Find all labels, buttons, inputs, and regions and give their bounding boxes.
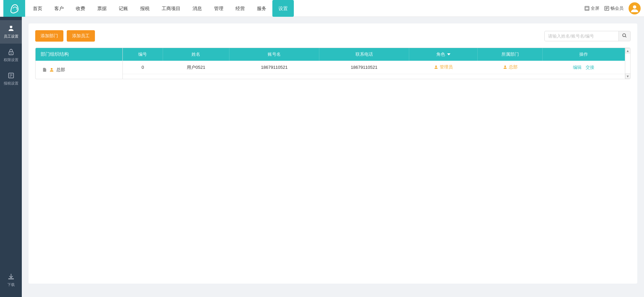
search-button[interactable] <box>619 31 630 41</box>
tree-body: 总部 <box>36 61 122 79</box>
tree-item-label: 总部 <box>56 67 65 73</box>
nav-right-actions: 全屏 畅会员 <box>585 2 641 14</box>
col-phone: 联系电话 <box>319 48 409 61</box>
svg-marker-11 <box>447 53 450 55</box>
cell-dept: 总部 <box>478 61 542 74</box>
content-card: 添加部门 添加员工 部门组织结构 <box>29 23 637 284</box>
nav-item-home[interactable]: 首页 <box>27 0 48 17</box>
table-scrollbar: ▲ ▼ <box>625 48 630 79</box>
svg-point-12 <box>435 65 437 67</box>
svg-rect-0 <box>585 6 589 10</box>
nav-item-manage[interactable]: 管理 <box>208 0 229 17</box>
sidebar-item-permission[interactable]: 权限设置 <box>0 44 22 67</box>
nav-item-service[interactable]: 服务 <box>251 0 272 17</box>
add-dept-button[interactable]: 添加部门 <box>35 30 63 42</box>
svg-rect-8 <box>8 279 14 280</box>
panel-layout: 部门组织结构 总部 <box>35 48 631 79</box>
sidebar-label-permission: 权限设置 <box>4 57 18 62</box>
logo <box>3 0 25 17</box>
sidebar-bottom: 下载 <box>7 268 15 297</box>
add-staff-button[interactable]: 添加员工 <box>67 30 95 42</box>
sidebar-item-employee[interactable]: 员工设置 <box>0 20 22 44</box>
svg-rect-4 <box>9 26 12 27</box>
svg-point-13 <box>504 65 506 67</box>
sidebar-label-download: 下载 <box>7 282 15 287</box>
cell-role: 管理员 <box>409 61 478 74</box>
nav-item-invoice[interactable]: 票据 <box>91 0 113 17</box>
svg-point-9 <box>623 34 626 37</box>
col-dept: 所属部门 <box>478 48 542 61</box>
sidebar-label-taxsettings: 报税设置 <box>4 81 18 86</box>
cell-account: 18679110521 <box>229 61 319 74</box>
cell-actions: 编辑 交接 <box>542 61 625 74</box>
edit-link[interactable]: 编辑 <box>573 65 582 70</box>
col-account: 账号名 <box>229 48 319 61</box>
tree-item-general[interactable]: 总部 <box>39 64 119 76</box>
fullscreen-button[interactable]: 全屏 <box>585 5 599 11</box>
scroll-down-button[interactable]: ▼ <box>625 73 631 79</box>
table-row: 0 用户0521 18679110521 18679110521 <box>123 61 625 74</box>
top-navbar: 首页 客户 收费 票据 记账 报税 工商项目 消息 管理 经营 服务 设置 全屏… <box>0 0 644 17</box>
cell-name: 用户0521 <box>163 61 229 74</box>
col-id: 编号 <box>123 48 163 61</box>
fullscreen-label: 全屏 <box>591 5 599 11</box>
nav-item-settings[interactable]: 设置 <box>272 0 294 17</box>
member-button[interactable]: 畅会员 <box>604 5 624 11</box>
nav-item-message[interactable]: 消息 <box>186 0 208 17</box>
table-panel: 编号 姓名 账号名 联系电话 角色 <box>123 48 625 79</box>
handover-link[interactable]: 交接 <box>586 65 594 70</box>
sidebar-item-download[interactable]: 下载 <box>7 268 15 292</box>
nav-item-client[interactable]: 客户 <box>48 0 70 17</box>
employee-table: 编号 姓名 账号名 联系电话 角色 <box>123 48 625 74</box>
scroll-up-button[interactable]: ▲ <box>625 48 631 53</box>
sidebar-label-employee: 员工设置 <box>4 34 18 39</box>
search-box <box>544 31 631 41</box>
col-actions: 操作 <box>542 48 625 61</box>
cell-phone: 18679110521 <box>319 61 409 74</box>
avatar[interactable] <box>629 2 641 14</box>
nav-item-fee[interactable]: 收费 <box>70 0 91 17</box>
nav-menu: 首页 客户 收费 票据 记账 报税 工商项目 消息 管理 经营 服务 设置 <box>27 0 585 17</box>
tree-panel-header: 部门组织结构 <box>36 48 122 61</box>
svg-point-10 <box>51 68 52 70</box>
search-input[interactable] <box>545 32 619 41</box>
member-label: 畅会员 <box>610 5 624 11</box>
role-filter-label: 角色 <box>436 51 450 57</box>
sidebar: 员工设置 权限设置 报税设置 下载 <box>0 17 22 297</box>
nav-item-operation[interactable]: 经营 <box>229 0 251 17</box>
nav-item-bookkeeping[interactable]: 记账 <box>113 0 134 17</box>
svg-point-6 <box>10 53 11 54</box>
app-body: 员工设置 权限设置 报税设置 下载 <box>0 17 644 297</box>
toolbar: 添加部门 添加员工 <box>35 30 631 42</box>
main-content: 添加部门 添加员工 部门组织结构 <box>22 17 644 297</box>
cell-id: 0 <box>123 61 163 74</box>
nav-item-business[interactable]: 工商项目 <box>156 0 186 17</box>
col-name: 姓名 <box>163 48 229 61</box>
nav-item-tax[interactable]: 报税 <box>134 0 156 17</box>
svg-point-2 <box>633 5 636 8</box>
tree-panel: 部门组织结构 总部 <box>36 48 123 79</box>
col-role[interactable]: 角色 <box>409 48 478 61</box>
sidebar-item-taxsettings[interactable]: 报税设置 <box>0 67 22 91</box>
